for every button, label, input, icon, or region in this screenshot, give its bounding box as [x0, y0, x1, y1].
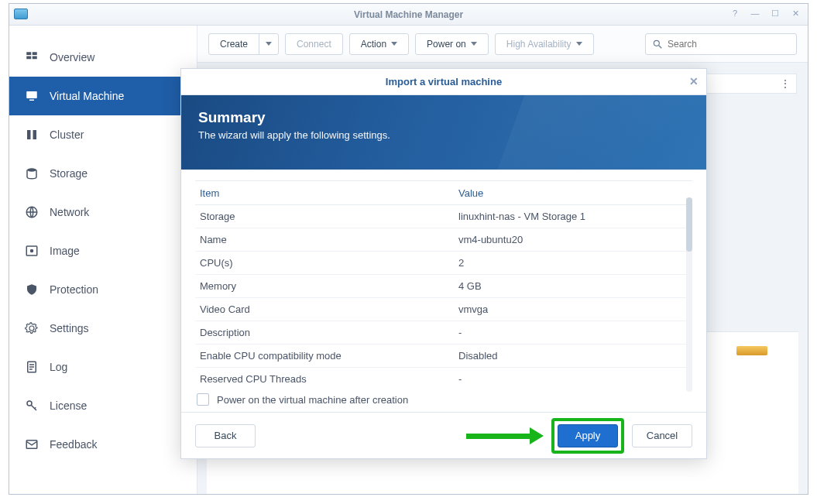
close-icon[interactable]: ✕ [689, 75, 699, 87]
sidebar-item-overview[interactable]: Overview [9, 38, 197, 77]
table-row: Storagelinuxhint-nas - VM Storage 1 [195, 205, 692, 228]
row-value: linuxhint-nas - VM Storage 1 [458, 211, 692, 222]
table-row: Namevm4-ubuntu20 [195, 228, 692, 252]
power-on-button[interactable]: Power on [415, 33, 489, 55]
summary-table-head: Item Value [195, 180, 692, 205]
svg-point-16 [27, 401, 32, 406]
table-row: Enable CPU compatibility modeDisabled [195, 345, 692, 368]
action-button[interactable]: Action [349, 33, 409, 55]
sidebar-item-virtual-machine[interactable]: Virtual Machine [9, 77, 197, 115]
row-key: Name [195, 234, 458, 245]
svg-rect-0 [26, 52, 31, 55]
create-button[interactable]: Create [208, 33, 279, 55]
storage-icon [25, 166, 39, 180]
chevron-down-icon [391, 42, 397, 46]
key-icon [25, 399, 39, 413]
row-value: vmvga [458, 303, 692, 315]
table-row: Reserved CPU Threads- [195, 368, 692, 387]
banner-subtitle: The wizard will apply the following sett… [198, 129, 689, 141]
sidebar-item-feedback[interactable]: Feedback [9, 425, 197, 464]
row-key: Memory [195, 280, 458, 292]
gear-icon [25, 321, 39, 335]
sidebar-item-label: Image [50, 245, 80, 257]
row-value: - [458, 373, 692, 385]
banner-title: Summary [198, 109, 689, 126]
network-icon [25, 205, 39, 219]
annotation-arrow [466, 430, 544, 441]
scrollbar-track[interactable] [686, 197, 692, 392]
table-row: CPU(s)2 [195, 252, 692, 275]
apply-button[interactable]: Apply [558, 424, 618, 447]
sidebar-item-license[interactable]: License [9, 386, 197, 425]
checkbox-label: Power on the virtual machine after creat… [217, 394, 408, 406]
sidebar-item-network[interactable]: Network [9, 193, 197, 231]
high-availability-button[interactable]: High Availability [495, 33, 594, 55]
checkbox[interactable] [197, 393, 209, 406]
svg-line-19 [659, 45, 662, 48]
sidebar-item-label: Cluster [50, 129, 84, 141]
sidebar-item-cluster[interactable]: Cluster [9, 115, 197, 154]
window-title: Virtual Machine Manager [354, 9, 463, 20]
sidebar-item-image[interactable]: Image [9, 231, 197, 270]
search-box[interactable] [645, 33, 797, 55]
dialog-title: Import a virtual machine ✕ [181, 69, 706, 95]
svg-rect-7 [33, 130, 37, 139]
svg-rect-6 [27, 130, 31, 139]
svg-rect-3 [33, 57, 37, 60]
summary-table-body: Storagelinuxhint-nas - VM Storage 1Namev… [195, 205, 692, 387]
sidebar-item-log[interactable]: Log [9, 348, 197, 386]
overview-icon [25, 50, 39, 64]
back-button[interactable]: Back [195, 424, 256, 447]
action-label: Action [361, 39, 386, 50]
close-button[interactable]: ✕ [788, 6, 803, 20]
row-key: Video Card [195, 303, 458, 315]
row-key: Reserved CPU Threads [195, 373, 458, 385]
mail-icon [25, 437, 39, 451]
ha-label: High Availability [506, 39, 572, 50]
titlebar: Virtual Machine Manager ? — ☐ ✕ [9, 4, 808, 26]
sidebar-item-label: License [50, 399, 87, 412]
row-value: 4 GB [458, 280, 692, 292]
row-key: Description [195, 327, 458, 338]
sidebar-item-protection[interactable]: Protection [9, 270, 197, 309]
sidebar-item-settings[interactable]: Settings [9, 309, 197, 348]
svg-rect-1 [26, 57, 31, 60]
scrollbar-thumb[interactable] [686, 197, 692, 252]
search-input[interactable] [668, 39, 790, 50]
minimize-button[interactable]: — [747, 6, 763, 20]
columns-more-icon[interactable]: ⋮ [774, 78, 796, 89]
row-value: - [458, 327, 692, 338]
table-row: Description- [195, 321, 692, 345]
chevron-down-icon [266, 42, 272, 46]
row-value: vm4-ubuntu20 [458, 234, 692, 245]
cancel-button[interactable]: Cancel [632, 424, 692, 447]
row-value: 2 [458, 257, 692, 269]
maximize-button[interactable]: ☐ [767, 6, 783, 20]
sidebar-item-label: Storage [50, 167, 88, 180]
sidebar-item-label: Virtual Machine [50, 90, 124, 102]
col-value: Value [458, 187, 692, 199]
image-icon [25, 244, 39, 258]
window-controls: ? — ☐ ✕ [727, 6, 803, 20]
dialog-title-text: Import a virtual machine [386, 76, 502, 87]
create-label: Create [220, 39, 254, 50]
sidebar: Overview Virtual Machine Cluster Storage… [9, 26, 197, 494]
svg-rect-5 [29, 100, 34, 101]
dialog-footer: Back Apply Cancel [181, 412, 706, 458]
dialog-body: Item Value Storagelinuxhint-nas - VM Sto… [181, 170, 706, 412]
protection-icon [25, 283, 39, 297]
power-on-checkbox-row[interactable]: Power on the virtual machine after creat… [195, 387, 692, 406]
vm-icon [25, 89, 39, 103]
chip-icon [736, 346, 767, 355]
svg-rect-4 [26, 91, 37, 98]
connect-button[interactable]: Connect [285, 33, 343, 55]
toolbar: Create Connect Action Power on High Avai… [197, 26, 808, 63]
power-on-label: Power on [427, 39, 466, 50]
dialog-banner: Summary The wizard will apply the follow… [181, 95, 706, 170]
cluster-icon [25, 128, 39, 142]
row-key: Storage [195, 211, 458, 222]
sidebar-item-label: Settings [50, 322, 89, 334]
help-icon[interactable]: ? [727, 6, 743, 20]
sidebar-item-storage[interactable]: Storage [9, 154, 197, 193]
sidebar-item-label: Log [50, 361, 67, 373]
